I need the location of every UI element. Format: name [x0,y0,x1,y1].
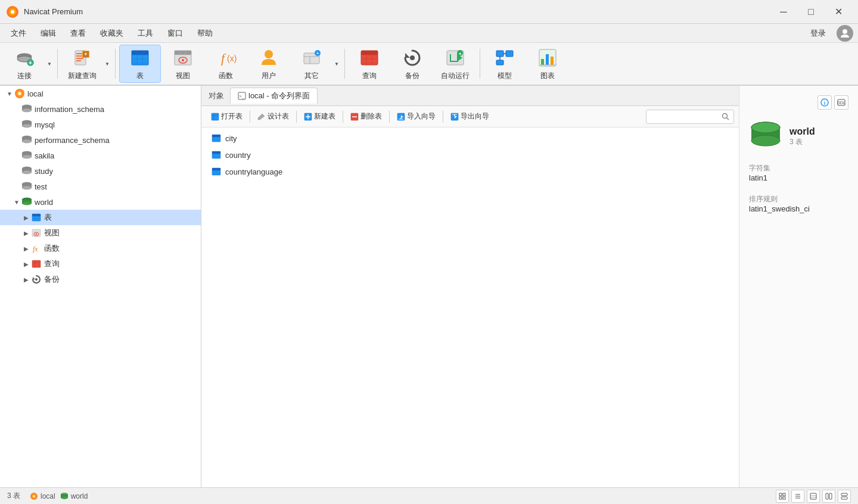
tree-db-test[interactable]: test [0,179,201,194]
tree-backups[interactable]: ▶ 备份 [0,272,201,287]
action-sep-4 [389,111,390,123]
login-button[interactable]: 登录 [804,27,832,40]
menu-edit[interactable]: 编辑 [35,26,62,41]
menu-window[interactable]: 窗口 [161,26,189,41]
tree-db-world[interactable]: ▼ world [0,194,201,210]
menu-help[interactable]: 帮助 [191,26,219,41]
table-icon [129,47,151,69]
status-bar: 3 表 local world [0,487,858,504]
command-tab[interactable]: >_ local - 命令列界面 [230,88,318,104]
tree-db-performance_schema[interactable]: performance_schema [0,132,201,148]
view-button[interactable]: 视图 [162,45,204,83]
open-table-button[interactable]: 打开表 [206,110,247,123]
tree-db-study[interactable]: study [0,163,201,179]
tree-db-sakila[interactable]: sakila [0,148,201,163]
tree-db-mysql[interactable]: mysql [0,117,201,132]
db-info-header: world 3 表 [749,122,848,151]
table-button[interactable]: 表 [119,45,161,83]
connect-dropdown[interactable]: ▼ [45,49,54,78]
close-button[interactable]: ✕ [825,2,852,21]
svg-point-149 [33,495,35,497]
list-view-button[interactable] [791,490,804,503]
svg-rect-165 [841,493,847,496]
backup-button[interactable]: 备份 [391,45,433,83]
backup-label: 备份 [405,71,419,81]
maximize-button[interactable]: □ [797,2,825,21]
new-table-button[interactable]: 新建表 [299,110,340,123]
info-button[interactable]: i [817,95,832,110]
objects-tab-label[interactable]: 对象 [204,88,229,104]
menu-tools[interactable]: 工具 [132,26,159,41]
functions-icon: fx [31,243,42,254]
main-layout: ▼ local information_schema [0,86,858,487]
menu-view[interactable]: 查看 [64,26,92,41]
other-button[interactable]: + 其它 [291,45,332,83]
svg-text:(x): (x) [227,54,237,63]
table-row-city[interactable]: city [201,130,739,147]
menu-file[interactable]: 文件 [5,26,32,41]
db-label-study: study [35,167,53,176]
backup-icon [402,47,423,69]
open-table-label: 打开表 [221,111,243,122]
import-wizard-button[interactable]: 导入向导 [392,110,440,123]
chart-button[interactable]: 图表 [527,45,568,83]
new-query-dropdown[interactable]: ▼ [103,49,111,78]
connect-button[interactable]: + 连接 [4,45,45,83]
svg-rect-18 [132,51,148,55]
model-button[interactable]: 模型 [484,45,526,83]
user-button[interactable]: 用户 [248,45,290,83]
db-label-performance_schema: performance_schema [35,136,110,145]
tree-tables[interactable]: ▶ 表 [0,210,201,225]
svg-rect-154 [783,493,785,496]
query-button[interactable]: 查询 [349,45,390,83]
search-input[interactable] [650,113,722,121]
collation-label: 排序规则 [749,194,848,204]
tree-views[interactable]: ▶ 视图 [0,225,201,241]
svg-rect-92 [32,229,41,237]
svg-rect-134 [212,168,220,170]
table-row-countrylanguage[interactable]: countrylanguage [201,163,739,180]
svg-text:f: f [221,51,226,66]
expand-arrow-perf [12,135,21,145]
other-dropdown[interactable]: ▼ [332,49,341,78]
tree-db-information_schema[interactable]: information_schema [0,101,201,117]
status-connection: local [30,492,55,500]
db-icon-study [21,166,32,176]
svg-point-47 [410,55,415,60]
function-button[interactable]: f (x) 函数 [205,45,247,83]
table-list: city country [201,127,739,182]
detail-view-button[interactable] [807,490,820,503]
tree-queries[interactable]: ▶ 查询 [0,256,201,272]
views-icon [31,228,42,238]
tree-connection-local[interactable]: ▼ local [0,86,201,101]
svg-rect-52 [496,51,503,57]
table-row-country[interactable]: country [201,147,739,163]
svg-rect-103 [212,113,219,120]
svg-line-120 [727,117,729,120]
connection-icon [14,88,25,99]
title-bar-left: Navicat Premium [6,5,83,18]
tree-functions[interactable]: ▶ fx 函数 [0,241,201,256]
design-table-icon [257,113,266,121]
minimize-button[interactable]: ─ [770,2,797,21]
split-view-button[interactable] [838,490,851,503]
menu-favorites[interactable]: 收藏夹 [94,26,129,41]
db-icon-test [21,181,32,192]
export-wizard-button[interactable]: 导出向导 [446,110,494,123]
delete-table-button[interactable]: 删除表 [346,110,387,123]
user-label: 用户 [262,71,276,81]
svg-rect-153 [779,493,782,496]
ddl-button[interactable]: DDL [834,95,848,110]
svg-point-70 [22,124,32,127]
grid-view-button[interactable] [776,490,789,503]
design-table-button[interactable]: 设计表 [253,110,294,123]
expand-arrow-info [12,104,21,114]
user-avatar[interactable] [837,25,853,42]
panel-view-button[interactable] [822,490,835,503]
auto-run-button[interactable]: ● 自动运行 [434,45,476,83]
user-icon [258,47,279,69]
svg-point-85 [22,201,32,205]
table-name-city: city [225,134,237,143]
new-query-button[interactable]: + 新建查询 [61,45,103,83]
open-table-icon [211,113,219,121]
